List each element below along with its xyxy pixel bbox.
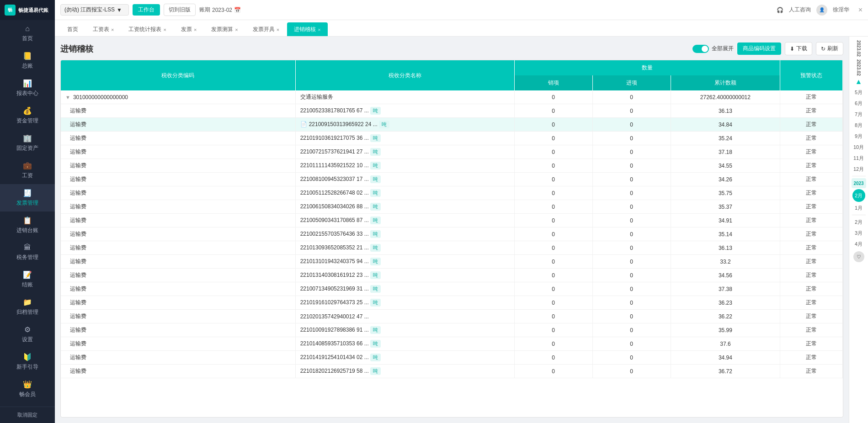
table-row[interactable]: 运输费 221013101943240375 94 ... 吨 0 0 33.2… [61,255,843,269]
toggle-switch[interactable] [692,45,709,53]
cell-name: 运输费 [61,310,295,323]
tab-invoice-open[interactable]: 发票开具 × [246,22,286,36]
sidebar-item-report[interactable]: 📊 报表中心 [0,74,55,102]
tab-invoice[interactable]: 发票 × [174,22,203,36]
switch-version-button[interactable]: 切到旧版 [164,4,196,16]
table-row[interactable]: 运输费 221005112528266748 02 ... 吨 0 0 35.7… [61,186,843,200]
table-row[interactable]: 运输费 221007215737621941 27 ... 吨 0 0 37.1… [61,145,843,159]
cell-xiao: 0 [514,132,592,145]
cell-name: 运输费 [61,241,295,255]
cell-xiao: 0 [514,173,592,186]
sidebar-item-invoice-mgmt[interactable]: 🧾 发票管理 [0,184,55,212]
product-code-settings-button[interactable]: 商品编码设置 [737,42,781,55]
cal-month-12[interactable]: 12月 [852,164,866,174]
cal-month-1[interactable]: 1月 [852,203,866,213]
archive-icon: 📁 [23,298,32,307]
table-row[interactable]: 运输费 221010091927898386 91 ... 吨 0 0 35.9… [61,323,843,337]
expand-toggle[interactable]: 全部展开 [692,45,734,53]
toggle-label: 全部展开 [712,45,734,53]
app-name: 畅捷通易代账 [18,7,48,14]
sidebar-item-general-ledger[interactable]: 📒 总账 [0,47,55,74]
cell-leiji: 34.91 [671,214,780,227]
sidebar-item-fixed-assets[interactable]: 🏢 固定资产 [0,129,55,157]
sidebar-item-archive[interactable]: 📁 归档管理 [0,293,55,321]
cell-code2: 221005112528266748 02 ... 吨 [295,186,514,200]
sidebar-item-home[interactable]: ⌂ 首页 [0,20,55,47]
company-selector[interactable]: (勿动) 江西报宝-LSS ▼ [60,4,129,16]
doc-icon: 📄 [300,121,307,127]
cell-jin: 0 [592,282,671,296]
cal-month-5[interactable]: 5月 [852,87,866,97]
cell-jin: 0 [592,269,671,282]
download-button[interactable]: ⬇ 下载 [785,42,812,55]
table-row[interactable]: 运输费 221014191254101434 02 ... 吨 0 0 34.9… [61,351,843,365]
sidebar-item-settings[interactable]: ⚙ 设置 [0,321,55,348]
home-icon: ⌂ [25,25,30,33]
period-label: 账期 [199,6,210,14]
sidebar-item-tax[interactable]: 🏛 税务管理 [0,239,55,266]
cal-month-6[interactable]: 6月 [852,98,866,108]
cal-month-7[interactable]: 7月 [852,109,866,119]
sidebar-item-guide[interactable]: 🔰 新手引导 [0,348,55,375]
sidebar-label-invoice: 发票管理 [16,199,38,207]
cell-status: 正常 [780,310,843,323]
cal-up-button[interactable]: ▲ [855,78,863,86]
refresh-button[interactable]: ↻ 刷新 [816,42,843,55]
cal-month-8[interactable]: 8月 [852,120,866,130]
table-row[interactable]: 运输费 221006150834034026 88 ... 吨 0 0 35.3… [61,200,843,214]
table-row[interactable]: 运输费 221005233817801765 67 ... 吨 0 0 36.1… [61,104,843,118]
cal-month-active-2[interactable]: 2月 [852,189,865,202]
table-row[interactable]: 运输费 221019161029764373 25 ... 吨 0 0 36.2… [61,296,843,310]
unpin-button[interactable]: 取消固定 [0,407,55,423]
cal-month-9[interactable]: 9月 [852,131,866,141]
tab-payroll-close[interactable]: × [111,27,114,32]
tab-payroll-stats[interactable]: 工资统计报表 × [122,22,173,36]
tab-payroll-stats-close[interactable]: × [163,27,166,32]
table-row[interactable]: 运输费 221019103619217075 36 ... 吨 0 0 35.2… [61,132,843,145]
sidebar-item-fund[interactable]: 💰 资金管理 [0,102,55,129]
table-row[interactable]: 运输费 221020135742940012 47 ... 0 0 36.22 … [61,310,843,323]
support-label[interactable]: 人工咨询 [789,6,811,14]
qty-tag: 吨 [370,148,381,156]
table-row[interactable]: 运输费 221018202126925719 58 ... 吨 0 0 36.7… [61,365,843,378]
table-row[interactable]: 运输费 221007134905231969 31 ... 吨 0 0 37.3… [61,282,843,296]
table-row[interactable]: 运输费 📄221009150313965922 24 ... 吨 0 0 34.… [61,118,843,132]
table-row[interactable]: 运输费 221008100945323037 17 ... 吨 0 0 34.2… [61,173,843,186]
cal-month-after-2[interactable]: 2月 [852,217,866,227]
tab-sales-check[interactable]: 进销稽核 × [287,22,327,36]
tab-invoice-calc-close[interactable]: × [235,27,238,32]
tab-invoice-calc[interactable]: 发票测算 × [204,22,245,36]
cal-month-10[interactable]: 10月 [852,142,866,152]
tab-invoice-close[interactable]: × [194,27,197,32]
expand-icon[interactable]: ▼ [65,95,70,100]
table-row[interactable]: 运输费 221014085935710353 66 ... 吨 0 0 37.6… [61,337,843,351]
cell-status: 正常 [780,351,843,365]
calendar-icon[interactable]: 📅 [234,7,241,13]
cal-month-after-3[interactable]: 3月 [852,228,866,238]
sidebar-label-settlement: 结账 [22,281,33,289]
cal-heart-btn[interactable]: ♡ [853,251,864,262]
workspace-button[interactable]: 工作台 [133,4,160,16]
tab-invoice-open-close[interactable]: × [277,27,279,32]
table-row[interactable]: 运输费 221013140308161912 23 ... 吨 0 0 34.5… [61,269,843,282]
table-row[interactable]: 运输费 221002155703576436 33 ... 吨 0 0 35.1… [61,227,843,241]
topbar-close-icon[interactable]: × [858,6,863,14]
cell-name: 运输费 [61,323,295,337]
tab-home[interactable]: 首页 [60,22,85,36]
cell-jin: 0 [592,310,671,323]
cal-month-after-4[interactable]: 4月 [852,239,866,249]
sidebar-item-settlement[interactable]: 📝 结账 [0,266,55,293]
table-row[interactable]: 运输费 221013093652085352 21 ... 吨 0 0 36.1… [61,241,843,255]
table-row[interactable]: 运输费 221011111435921522 10 ... 吨 0 0 34.5… [61,159,843,173]
sidebar-item-vip[interactable]: 👑 畅会员 [0,375,55,403]
sidebar-item-payroll[interactable]: 💼 工资 [0,157,55,184]
tab-sales-check-close[interactable]: × [318,27,320,32]
tab-payroll-table[interactable]: 工资表 × [86,22,121,36]
sidebar-item-purchase-sale[interactable]: 📋 进销台账 [0,212,55,239]
cell-status: 正常 [780,323,843,337]
cell-status: 正常 [780,173,843,186]
table-row[interactable]: ▼301000000000000000 交通运输服务 0 0 27262.400… [61,90,843,104]
table-row[interactable]: 运输费 221005090343170865 87 ... 吨 0 0 34.9… [61,214,843,227]
cal-month-11[interactable]: 11月 [852,153,866,163]
vip-icon: 👑 [23,380,32,389]
